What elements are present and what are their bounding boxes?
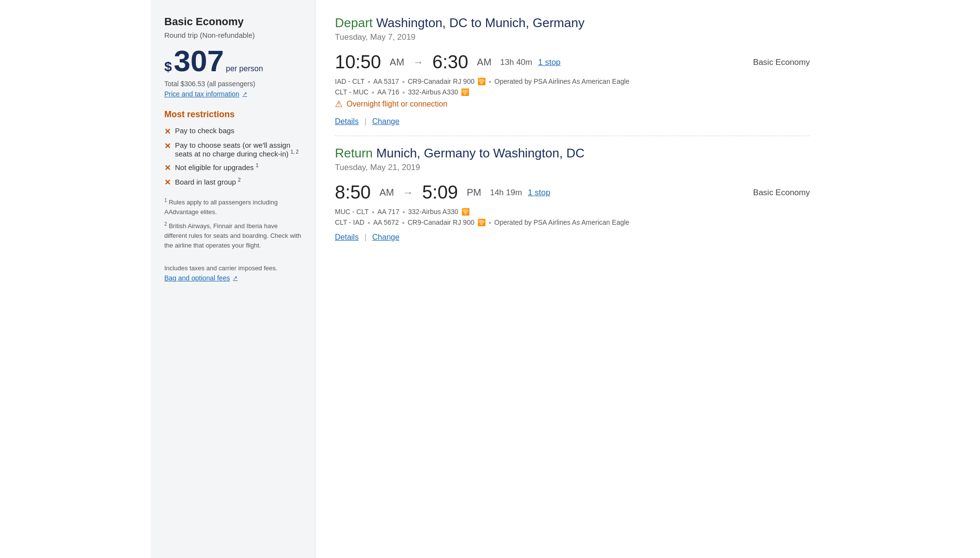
restriction-item-3: ✕ Not eligible for upgrades 1 xyxy=(164,163,301,172)
price-per-person: per person xyxy=(226,64,263,74)
depart-seg1-flight: AA 5317 xyxy=(373,78,399,85)
includes-fees: Includes taxes and carrier imposed fees. xyxy=(164,264,301,272)
dot-5: ● xyxy=(402,90,405,95)
return-seg1-aircraft: 332-Airbus A330 xyxy=(408,208,458,216)
footnote-1: 1 Rules apply to all passengers includin… xyxy=(164,197,301,217)
depart-seg2-aircraft: 332-Airbus A330 xyxy=(408,88,458,96)
overnight-text: Overnight flight or connection xyxy=(347,100,447,108)
right-panel: Depart Washington, DC to Munich, Germany… xyxy=(316,0,829,558)
trip-type: Round trip (Non-refundable) xyxy=(164,31,301,39)
depart-times-row: 10:50 AM → 6:30 AM 13h 40m 1 stop Basic … xyxy=(335,52,810,73)
x-icon-2: ✕ xyxy=(164,141,171,151)
sup-1-2: 1, 2 xyxy=(290,149,299,155)
return-duration-stop: 14h 19m 1 stop xyxy=(490,188,550,198)
return-seg2-route: CLT - IAD xyxy=(335,218,364,226)
dot-6: ● xyxy=(372,209,375,215)
arrive-ampm: AM xyxy=(477,57,491,68)
dot-7: ● xyxy=(402,209,405,215)
depart-seg1-aircraft: CR9-Canadair RJ 900 xyxy=(408,78,474,85)
return-section: Return Munich, Germany to Washington, DC… xyxy=(335,146,810,242)
depart-actions: Details | Change xyxy=(335,117,810,126)
return-actions: Details | Change xyxy=(335,233,810,242)
arrive-time: 6:30 xyxy=(432,52,468,73)
footnotes: 1 Rules apply to all passengers includin… xyxy=(164,197,301,250)
fare-type: Basic Economy xyxy=(164,16,301,28)
wifi-icon-3: 🛜 xyxy=(461,208,470,216)
return-change-link[interactable]: Change xyxy=(372,233,399,242)
bag-fees-external-icon: ↗ xyxy=(233,275,237,281)
return-route: Munich, Germany to Washington, DC xyxy=(376,146,585,160)
return-seg2-flight: AA 5672 xyxy=(373,218,399,226)
return-seg2-operated: Operated by PSA Airlines As American Eag… xyxy=(494,218,630,226)
depart-segment1-details: IAD - CLT ● AA 5317 ● CR9-Canadair RJ 90… xyxy=(335,78,810,85)
depart-change-link[interactable]: Change xyxy=(372,117,399,126)
price-amount: 307 xyxy=(174,46,224,76)
return-arrive-ampm: PM xyxy=(467,187,481,198)
action-sep-2: | xyxy=(364,233,366,242)
dot-4: ● xyxy=(371,90,374,95)
wifi-icon-2: 🛜 xyxy=(461,88,469,96)
return-date: Tuesday, May 21, 2019 xyxy=(335,163,810,172)
depart-details-link[interactable]: Details xyxy=(335,117,359,126)
restriction-item-2: ✕ Pay to choose seats (or we'll assign s… xyxy=(164,141,301,158)
depart-seg2-flight: AA 716 xyxy=(378,88,399,96)
return-seg1-route: MUC - CLT xyxy=(335,208,369,216)
return-depart-time: 8:50 xyxy=(335,182,371,203)
depart-section: Depart Washington, DC to Munich, Germany… xyxy=(335,16,810,126)
left-panel: Basic Economy Round trip (Non-refundable… xyxy=(151,0,316,558)
return-arrive-time: 5:09 xyxy=(422,182,458,203)
return-stop-link[interactable]: 1 stop xyxy=(528,188,550,198)
external-link-icon: ↗ xyxy=(242,91,247,97)
depart-segment2-details: CLT - MUC ● AA 716 ● 332-Airbus A330 🛜 xyxy=(335,88,810,96)
depart-route: Washington, DC to Munich, Germany xyxy=(376,16,585,30)
restriction-text-3: Not eligible for upgrades 1 xyxy=(175,163,258,171)
action-sep-1: | xyxy=(364,117,366,126)
depart-seg1-route: IAD - CLT xyxy=(335,78,364,85)
restriction-item-1: ✕ Pay to check bags xyxy=(164,126,301,136)
warning-triangle-icon: ⚠ xyxy=(335,99,343,109)
depart-fare-label: Basic Economy xyxy=(753,58,810,67)
return-details-link[interactable]: Details xyxy=(335,233,359,242)
footnote-2: 2 British Airways, Finnair and Iberia ha… xyxy=(164,220,301,250)
return-depart-ampm: AM xyxy=(379,187,394,198)
depart-header: Depart Washington, DC to Munich, Germany… xyxy=(335,16,810,42)
total-price: Total $306.53 (all passengers) xyxy=(164,80,301,88)
dot-9: ● xyxy=(402,220,405,225)
dot-8: ● xyxy=(367,220,370,225)
price-tax-link[interactable]: Price and tax information ↗ xyxy=(164,90,247,98)
restriction-text-4: Board in last group 2 xyxy=(175,177,241,186)
return-title: Return Munich, Germany to Washington, DC xyxy=(335,146,810,161)
depart-ampm: AM xyxy=(390,57,404,68)
bag-fees-link[interactable]: Bag and optional fees ↗ xyxy=(164,274,237,282)
price-row: $ 307 per person xyxy=(164,46,301,76)
restriction-text-1: Pay to check bags xyxy=(175,126,235,135)
return-fare-label: Basic Economy xyxy=(753,188,810,198)
return-arrow-icon: → xyxy=(403,186,413,199)
x-icon-3: ✕ xyxy=(164,163,171,172)
x-icon-1: ✕ xyxy=(164,127,171,136)
depart-duration: 13h 40m xyxy=(500,58,532,67)
price-dollar: $ xyxy=(164,59,172,75)
restriction-list: ✕ Pay to check bags ✕ Pay to choose seat… xyxy=(164,126,301,187)
return-seg2-aircraft: CR9-Canadair RJ 900 xyxy=(408,218,474,226)
x-icon-4: ✕ xyxy=(164,178,171,187)
wifi-icon-1: 🛜 xyxy=(477,78,486,85)
depart-time: 10:50 xyxy=(335,52,381,73)
dot-3: ● xyxy=(489,79,491,84)
return-duration: 14h 19m xyxy=(490,188,522,198)
return-header: Return Munich, Germany to Washington, DC… xyxy=(335,146,810,172)
sup-1: 1 xyxy=(256,163,259,168)
return-label: Return xyxy=(335,146,373,160)
restriction-text-2: Pay to choose seats (or we'll assign sea… xyxy=(175,141,301,158)
section-divider xyxy=(335,136,810,136)
return-segment2-details: CLT - IAD ● AA 5672 ● CR9-Canadair RJ 90… xyxy=(335,218,810,226)
overnight-warning: ⚠ Overnight flight or connection xyxy=(335,99,810,109)
dot-2: ● xyxy=(402,79,405,84)
dot-1: ● xyxy=(367,79,370,84)
return-segment1-details: MUC - CLT ● AA 717 ● 332-Airbus A330 🛜 xyxy=(335,208,810,216)
depart-duration-stop: 13h 40m 1 stop xyxy=(500,58,560,67)
wifi-icon-4: 🛜 xyxy=(477,218,486,226)
footnote-sup-1: 1 xyxy=(164,198,167,203)
depart-title: Depart Washington, DC to Munich, Germany xyxy=(335,16,810,31)
depart-stop-link[interactable]: 1 stop xyxy=(538,58,560,67)
